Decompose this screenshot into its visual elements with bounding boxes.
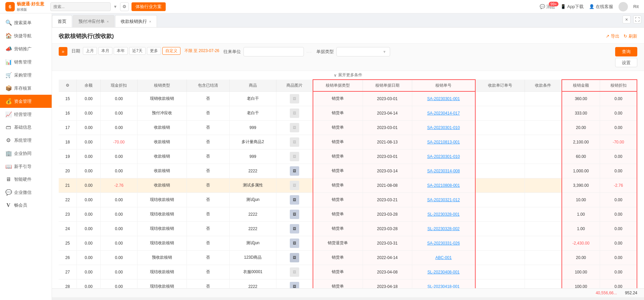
tab-receipt-cancel-close-icon[interactable]: ×	[149, 19, 151, 24]
sidebar-item-sales[interactable]: 📊 销售管理	[0, 55, 52, 69]
receipt-type-select[interactable]: ▼	[336, 47, 390, 56]
filter-partner-section: 往来单位 ···	[223, 47, 312, 56]
sidebar-item-purchase[interactable]: 🛒 采购管理	[0, 69, 52, 82]
sidebar-item-operations[interactable]: 📈 经营管理	[0, 108, 52, 121]
scrollbar[interactable]	[52, 297, 644, 300]
time-btn-last-month[interactable]: 上月	[83, 47, 97, 55]
cancel-bill-no-link[interactable]: SL-20230328-001	[427, 212, 460, 217]
brand-info: 畅捷通·好生意 标准版	[17, 1, 44, 12]
td-cancel-discount: 0.00	[600, 164, 637, 178]
td-cancel-bill-no[interactable]: SA-20230414-017	[412, 106, 475, 120]
tab-prepay[interactable]: 预付冲应付单 ×	[73, 15, 114, 27]
tab-receipt-cancel[interactable]: 收款核销执行 ×	[115, 15, 157, 27]
cancel-bill-no-link[interactable]: SL-20230328-002	[427, 226, 460, 231]
td-balance: 0.00	[77, 120, 101, 135]
dropdown-arrow-icon[interactable]: ▼	[113, 4, 117, 9]
td-cancel-bill-no[interactable]: SL-20230418-001	[412, 279, 475, 288]
partner-input-box[interactable]	[244, 47, 304, 56]
td-cancel-amount: 100.00	[562, 279, 600, 288]
cancel-bill-no-link[interactable]: SA-20230301-001	[427, 96, 460, 101]
goods-placeholder: 🖼	[290, 152, 299, 161]
time-btn-custom[interactable]: 自定义	[162, 47, 180, 55]
td-cancel-type: 现结收款核销	[137, 192, 186, 207]
column-settings-icon[interactable]: ⚙	[66, 83, 69, 88]
td-num: 24	[59, 221, 77, 236]
goods-placeholder: 🖼	[290, 181, 299, 190]
app-download-label: App下载	[567, 4, 584, 10]
td-cancel-bill-no[interactable]: SA-20230314-008	[412, 164, 475, 178]
filter-dots[interactable]: ···	[307, 49, 312, 54]
tab-close-all-btn[interactable]: ×	[623, 15, 631, 24]
time-btn-this-year[interactable]: 本年	[114, 47, 128, 55]
cancel-bill-no-link[interactable]: SL-20230418-001	[427, 284, 460, 289]
td-receipt-condition	[525, 164, 562, 178]
td-cancel-bill-no[interactable]: SA-20230301-010	[412, 120, 475, 135]
td-cancel-bill-no[interactable]: SA-20210808-001	[412, 178, 475, 192]
sidebar-item-hardware[interactable]: 🖥 智能硬件	[0, 173, 52, 186]
cancel-bill-no-link[interactable]: SA-20230414-017	[427, 111, 460, 116]
export-btn[interactable]: ↗ 导出	[606, 33, 620, 39]
sidebar-item-inventory[interactable]: 📦 库存核算	[0, 82, 52, 95]
time-btn-7days[interactable]: 近7天	[129, 47, 146, 55]
app-download-link[interactable]: 📱 App下载	[560, 4, 584, 10]
user-avatar[interactable]	[619, 2, 628, 11]
search-input[interactable]	[50, 2, 111, 11]
td-cancel-bill-no[interactable]: SA-20230321-012	[412, 192, 475, 207]
refresh-btn[interactable]: ↻ 刷新	[624, 33, 637, 39]
expand-conditions-btn[interactable]: ∨ 展开更多条件	[334, 72, 362, 78]
sidebar-item-guide[interactable]: 📖 新手引导	[0, 160, 52, 173]
td-cancel-bill-date: 2022-04-14	[363, 250, 412, 265]
td-cancel-bill-no[interactable]: SL-20230328-001	[412, 207, 475, 221]
sidebar-item-wechat[interactable]: 💬 企业微信	[0, 186, 52, 199]
goods-thumb: 🖼	[290, 282, 299, 289]
sidebar-item-finance[interactable]: 💰 资金管理	[0, 95, 52, 108]
cancel-bill-no-link[interactable]: SL-20230408-001	[427, 270, 460, 274]
cancel-bill-no-link[interactable]: SA-20230314-008	[427, 169, 460, 173]
industry-btn[interactable]: 体验行业方案	[131, 2, 166, 11]
sidebar-item-member[interactable]: V 畅会员	[0, 199, 52, 212]
td-cancel-bill-date: 2021-08-13	[363, 135, 412, 149]
tab-prepay-close-icon[interactable]: ×	[107, 19, 109, 24]
td-cancel-bill-no[interactable]: ABC-001	[412, 250, 475, 265]
td-cancel-bill-no[interactable]: SA-20230331-026	[412, 236, 475, 250]
th-gear[interactable]: ⚙	[59, 80, 77, 91]
cancel-bill-no-link[interactable]: SA-20210808-001	[427, 183, 460, 188]
sidebar-item-enterprise[interactable]: 🏢 企业协同	[0, 147, 52, 160]
cancel-bill-no-link[interactable]: ABC-001	[435, 255, 452, 260]
td-cancel-bill-no[interactable]: SA-20230301-010	[412, 149, 475, 164]
td-cancel-bill-type: 销货单	[313, 207, 363, 221]
td-cancel-bill-no[interactable]: SL-20230328-002	[412, 221, 475, 236]
sidebar-item-marketing[interactable]: 📣 营销推广	[0, 42, 52, 55]
td-receipt-condition	[525, 207, 562, 221]
td-cancel-type: 现结收款核销	[137, 279, 186, 288]
online-service-link[interactable]: 👤 在线客服	[589, 4, 613, 10]
notification-area[interactable]: 💬 消息 99+	[540, 4, 555, 10]
filter-settings-btn[interactable]: 设置	[615, 58, 637, 67]
td-cancel-bill-type: 销货单	[313, 250, 363, 265]
cancel-bill-no-link[interactable]: SA-20230331-026	[427, 241, 460, 246]
td-cancel-bill-no[interactable]: SL-20230408-001	[412, 265, 475, 279]
table-wrapper[interactable]: ⚙ 余额 现金折扣 核销类型 包含已结清 商品 商品图片 核销单据类型 核销单据…	[52, 79, 644, 288]
cancel-bill-no-link[interactable]: SA-20230301-010	[427, 125, 460, 130]
query-btn[interactable]: 查询	[615, 47, 637, 56]
cancel-bill-no-link[interactable]: SA-20230301-010	[427, 154, 460, 159]
td-cancel-bill-no[interactable]: SA-20210813-001	[412, 135, 475, 149]
sidebar-item-basic-info[interactable]: 🗃 基础信息	[0, 121, 52, 134]
td-cancel-discount: -2.76	[600, 178, 637, 192]
td-cancel-discount: 0.00	[600, 120, 637, 135]
sidebar-item-system[interactable]: ⚙ 系统管理	[0, 134, 52, 147]
sidebar-item-quick-nav[interactable]: 🏠 快捷导航	[0, 29, 52, 42]
td-cancel-amount: 333.00	[562, 106, 600, 120]
sidebar-item-search[interactable]: 🔍 搜索菜单	[0, 16, 52, 29]
filter-toggle-btn[interactable]: »	[59, 47, 67, 56]
time-btn-more[interactable]: 更多	[147, 47, 161, 55]
tab-expand-btn[interactable]: ⛶	[633, 15, 641, 24]
td-cancel-discount: -70.00	[600, 135, 637, 149]
time-btn-this-month[interactable]: 本月	[98, 47, 112, 55]
cancel-bill-no-link[interactable]: SA-20230321-012	[427, 198, 460, 202]
cancel-bill-no-link[interactable]: SA-20210813-001	[427, 140, 460, 144]
settings-icon[interactable]: ⚙	[120, 2, 129, 11]
td-cancel-bill-no[interactable]: SA-20230301-001	[412, 91, 475, 106]
tab-home[interactable]: 首页	[52, 15, 72, 27]
td-num: 26	[59, 250, 77, 265]
